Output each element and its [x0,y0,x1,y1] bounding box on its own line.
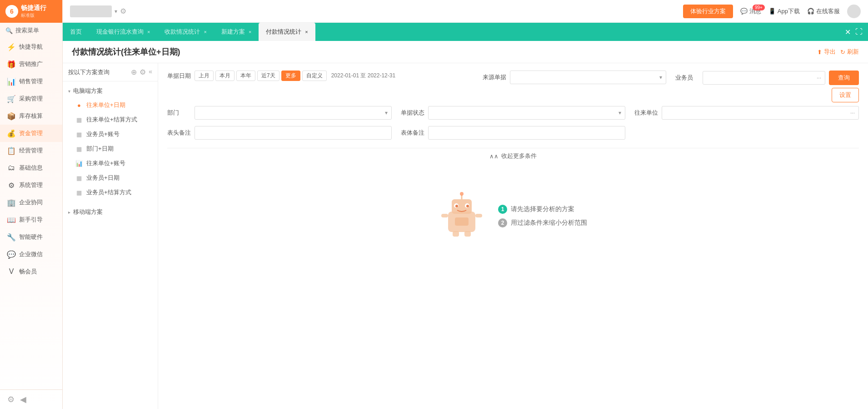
header-actions: 体验行业方案 💬 消息 99+ 📱 App下载 🎧 在线客服 [683,5,861,18]
scheme-item-partner-date[interactable]: ●往来单位+日期 [63,98,158,112]
date-btn-last-7[interactable]: 近7天 [257,71,279,81]
scheme-panel-header: 按以下方案查询 ⊕ ⚙ « [63,63,158,81]
sidebar-item-enterprise[interactable]: 🏢企业协同 [0,194,62,211]
quick-nav-icon: ⚡ [7,43,15,51]
sidebar-item-guide[interactable]: 📖新手引导 [0,211,62,228]
staff-select[interactable]: ··· [703,71,825,85]
hint-num-1: 1 [498,205,507,214]
settings-gear-icon[interactable]: ⚙ [120,7,126,15]
sidebar-item-marketing[interactable]: 🎁营销推广 [0,56,62,73]
tab-new-scheme[interactable]: 新建方案× [214,23,259,41]
body-note-input[interactable] [428,126,625,140]
sidebar-item-purchase[interactable]: 🛒采购管理 [0,90,62,107]
trial-btn[interactable]: 体验行业方案 [683,5,733,18]
app-download-btn[interactable]: 📱 App下载 [768,7,800,15]
scheme-item-staff-account[interactable]: ▦业务员+账号 [63,127,158,141]
date-btn-custom[interactable]: 自定义 [302,71,327,81]
sidebar-item-sales[interactable]: 📊销售管理 [0,73,62,90]
collapse-conditions-btn[interactable]: ∧∧ 收起更多条件 [167,148,859,164]
capital-icon: 💰 [7,129,15,137]
tab-payments[interactable]: 付款情况统计× [259,23,315,41]
scheme-item-icon-dept-date: ▦ [75,145,83,152]
header-note-field: 表头备注 [167,126,392,140]
dept-select[interactable]: ▾ [195,106,392,120]
svg-rect-9 [475,214,482,217]
partner-select[interactable]: ··· [662,106,859,120]
search-icon: 🔍 [5,27,13,34]
filter-panel: 单据日期 上月本月本年近7天更多自定义 2022-01-01 至 2022-12… [158,63,868,409]
date-btn-this-year[interactable]: 本年 [236,71,255,81]
scheme-item-dept-date[interactable]: ▦部门+日期 [63,141,158,156]
sidebar-bottom: ⚙ ◀ [0,389,62,409]
export-icon: ⬆ [817,49,822,56]
sidebar-item-quick-nav[interactable]: ⚡快捷导航 [0,38,62,56]
dept-select-arrow: ▾ [385,110,388,116]
scheme-group-header-mobile[interactable]: ▸移动端方案 [63,205,158,219]
messages-badge: 99+ [753,5,765,10]
settings-bottom-icon[interactable]: ⚙ [7,394,15,404]
member-icon: V [7,268,15,276]
tab-close-new-scheme[interactable]: × [249,29,251,35]
headset-icon: 🎧 [807,8,814,15]
scheme-item-partner-settle[interactable]: ▦往来单位+结算方式 [63,112,158,127]
search-label: 搜索菜单 [15,26,39,35]
scheme-settings-icon[interactable]: ⚙ [140,68,146,76]
online-service-btn[interactable]: 🎧 在线客服 [807,7,840,15]
header-note-input[interactable] [195,126,392,140]
phone-icon: 📱 [768,8,776,15]
date-btn-last-month[interactable]: 上月 [195,71,214,81]
tab-close-receipts[interactable]: × [204,29,206,35]
tab-cashflow[interactable]: 现金银行流水查询× [89,23,157,41]
tab-close-cashflow[interactable]: × [147,29,150,35]
tab-bar: 首页现金银行流水查询×收款情况统计×新建方案×付款情况统计× ✕ ⛶ [63,23,868,41]
query-btn[interactable]: 查询 [829,71,859,85]
sidebar-item-member[interactable]: V畅会员 [0,263,62,280]
export-btn[interactable]: ⬆ 导出 [817,48,836,56]
body-note-field: 表体备注 [401,126,625,140]
hint-2: 2 用过滤条件来缩小分析范围 [498,218,587,227]
scheme-group-header-desktop[interactable]: ▾电脑端方案 [63,84,158,98]
system-icon: ⚙ [7,181,15,189]
sidebar-item-basic[interactable]: 🗂基础信息 [0,159,62,177]
dept-label: 部门 [167,109,191,117]
scheme-group-mobile: ▸移动端方案 [63,202,158,222]
scheme-item-partner-account[interactable]: 📊往来单位+账号 [63,156,158,171]
tab-close-payments[interactable]: × [305,29,308,35]
sidebar-item-system[interactable]: ⚙系统管理 [0,177,62,194]
refresh-label: 刷新 [847,48,859,56]
breadcrumb-arrow: ▾ [115,8,117,15]
inventory-label: 库存核算 [19,112,43,120]
tab-close-all-icon[interactable]: ✕ [845,28,851,36]
search-menu[interactable]: 🔍 搜索菜单 [0,23,62,38]
refresh-btn[interactable]: ↻ 刷新 [840,48,859,56]
status-select[interactable]: ▾ [428,106,625,120]
tab-home[interactable]: 首页 [63,23,89,41]
collapse-sidebar-icon[interactable]: ◀ [20,394,26,404]
capital-label: 资金管理 [19,129,43,137]
tab-expand-icon[interactable]: ⛶ [855,28,863,36]
enterprise-label: 企业协同 [19,198,43,207]
header-note-label: 表头备注 [167,129,191,137]
scheme-item-staff-settle[interactable]: ▦业务员+结算方式 [63,185,158,200]
scheme-collapse-icon[interactable]: « [149,68,152,76]
date-btn-more[interactable]: 更多 [281,71,300,81]
add-scheme-icon[interactable]: ⊕ [131,68,137,76]
sales-label: 销售管理 [19,77,43,86]
settings-btn[interactable]: 设置 [832,88,859,102]
sidebar-item-wechat[interactable]: 💬企业微信 [0,246,62,263]
operation-label: 经营管理 [19,146,43,155]
hardware-icon: 🔧 [7,233,15,241]
sidebar-item-hardware[interactable]: 🔧智能硬件 [0,228,62,246]
scheme-item-label-staff-account: 业务员+账号 [86,130,120,138]
sidebar-item-inventory[interactable]: 📦库存核算 [0,107,62,125]
scheme-item-staff-date[interactable]: ▦业务员+日期 [63,171,158,185]
scheme-groups: ▾电脑端方案●往来单位+日期▦往来单位+结算方式▦业务员+账号▦部门+日期📊往来… [63,81,158,222]
messages-btn[interactable]: 💬 消息 99+ [740,7,761,15]
source-select[interactable]: ▾ [510,71,666,84]
date-btn-this-month[interactable]: 本月 [215,71,234,81]
tab-label-cashflow: 现金银行流水查询 [96,28,144,36]
sidebar-item-capital[interactable]: 💰资金管理 [0,125,62,142]
sidebar-item-operation[interactable]: 📋经营管理 [0,142,62,159]
user-avatar[interactable] [847,5,861,18]
tab-receipts[interactable]: 收款情况统计× [157,23,214,41]
